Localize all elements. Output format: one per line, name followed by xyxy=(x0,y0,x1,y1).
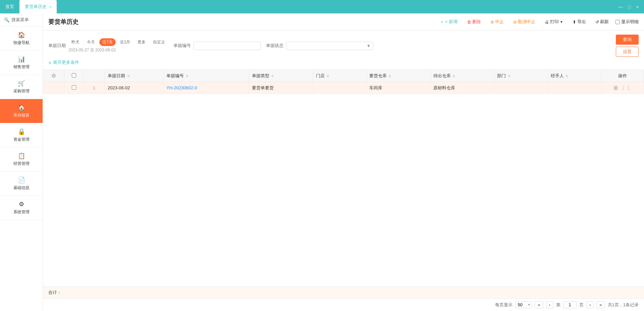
finance-icon: 🔒 xyxy=(18,128,25,135)
sidebar-item-finance[interactable]: 🔒 资金管理 xyxy=(0,123,43,147)
sidebar: 🔍 搜索菜单 🏠 快捷导航 📊 销售管理 🛒 采购管理 🏠 库存核算 🔒 资金管… xyxy=(0,13,43,311)
th-handler[interactable]: 经手人 ⇅ xyxy=(548,70,601,82)
stop-button[interactable]: ⊘ 中止 xyxy=(488,17,506,26)
filter-row-main: 单据日期 昨天 今天 近7天 近1月 更多 自定义 2023-05-27 至 2… xyxy=(48,35,639,57)
total-info: 共1页，1条记录 xyxy=(608,302,639,308)
th-date-label: 单据日期 xyxy=(108,73,125,78)
date-btn-custom[interactable]: 自定义 xyxy=(150,38,168,46)
date-btn-last1month[interactable]: 近1月 xyxy=(117,38,133,46)
sidebar-item-inventory[interactable]: 🏠 库存核算 xyxy=(0,99,43,123)
action-buttons: 查询 设置 xyxy=(616,35,639,57)
last-page-button[interactable]: » xyxy=(596,301,605,308)
minimize-btn[interactable]: — xyxy=(619,4,623,9)
first-page-button[interactable]: « xyxy=(535,301,543,308)
query-button[interactable]: 查询 xyxy=(616,35,639,45)
new-button[interactable]: ＋ + 新增 xyxy=(437,17,460,26)
date-btn-yesterday[interactable]: 昨天 xyxy=(68,38,83,46)
show-detail-checkbox[interactable] xyxy=(615,20,620,24)
export-label: 导出 xyxy=(577,19,586,25)
sidebar-item-search[interactable]: 🔍 搜索菜单 xyxy=(0,13,43,27)
sort-order-no-icon: ⇅ xyxy=(186,74,189,78)
th-req-warehouse-label: 要货仓库 xyxy=(369,73,387,78)
filter-area: 单据日期 昨天 今天 近7天 近1月 更多 自定义 2023-05-27 至 2… xyxy=(43,31,644,70)
th-department-label: 部门 xyxy=(497,73,506,78)
toolbar: ＋ + 新增 🗑 删除 ⊘ 中止 ⊘ 取消中止 🖨 打印 xyxy=(437,17,639,26)
edit-row-icon[interactable]: ⊞ xyxy=(613,85,618,91)
expand-more-filters[interactable]: ∨ 展开更多条件 xyxy=(48,59,639,65)
close-tab-icon[interactable]: × xyxy=(49,5,51,9)
pagination-bar: 每页显示 10 20 50 100 ▼ « ‹ 第 页 › » 共1页，1条记录 xyxy=(43,298,644,311)
sidebar-item-purchase[interactable]: 🛒 采购管理 xyxy=(0,75,43,99)
more-row-icon[interactable]: ⋮⋮ xyxy=(621,85,631,91)
sales-icon: 📊 xyxy=(18,55,25,63)
next-page-button[interactable]: › xyxy=(586,301,594,308)
sidebar-item-operations[interactable]: 📋 经营管理 xyxy=(0,147,43,172)
top-bar-right: — □ × xyxy=(619,4,644,9)
row-department xyxy=(494,82,548,94)
date-btn-last7days[interactable]: 近7天 xyxy=(99,38,116,46)
page-title: 要货单历史 xyxy=(48,18,437,26)
row-num: 1 xyxy=(84,82,105,94)
th-order-no-label: 单据编号 xyxy=(166,73,184,78)
refresh-button[interactable]: ↺ 刷新 xyxy=(593,17,611,26)
cancel-stop-label: 取消中止 xyxy=(518,19,535,25)
table-body: 1 2023-06-02 YH-20230602-0 要货单要货 车间库 原材料… xyxy=(43,82,644,94)
refresh-label: 刷新 xyxy=(600,19,609,25)
sidebar-sales-label: 销售管理 xyxy=(13,64,30,70)
export-icon: ⬆ xyxy=(573,19,576,25)
row-order-no[interactable]: YH-20230602-0 xyxy=(164,82,249,94)
row-checkbox-cell xyxy=(64,82,84,94)
purchase-icon: 🛒 xyxy=(18,80,25,87)
th-order-no[interactable]: 单据编号 ⇅ xyxy=(164,70,249,82)
page-size-label: 每页显示 xyxy=(495,302,513,308)
page-word: 页 xyxy=(579,302,584,308)
print-dropdown-icon: ▼ xyxy=(560,20,563,24)
cancel-stop-button[interactable]: ⊘ 取消中止 xyxy=(511,17,538,26)
th-order-type[interactable]: 单据类型 ⇅ xyxy=(249,70,313,82)
th-pending-warehouse[interactable]: 待出仓库 ⇅ xyxy=(430,70,494,82)
delete-button[interactable]: 🗑 删除 xyxy=(464,17,484,26)
status-select[interactable] xyxy=(286,42,373,50)
total-label: 合计： xyxy=(48,290,61,296)
table-header-row: ⚙ 单据日期 ⇅ 单据编号 ⇅ xyxy=(43,70,644,82)
prev-page-button[interactable]: ‹ xyxy=(546,301,553,308)
sidebar-inventory-label: 库存核算 xyxy=(13,113,30,118)
sort-pending-warehouse-icon: ⇅ xyxy=(452,74,455,78)
th-department[interactable]: 部门 ⇅ xyxy=(494,70,548,82)
sidebar-item-quicknav[interactable]: 🏠 快捷导航 xyxy=(0,27,43,51)
close-window-btn[interactable]: × xyxy=(636,4,639,9)
sidebar-item-sales[interactable]: 📊 销售管理 xyxy=(0,51,43,75)
maximize-btn[interactable]: □ xyxy=(628,4,631,9)
show-detail-label-text: 显示明细 xyxy=(621,19,639,25)
date-btn-today[interactable]: 今天 xyxy=(84,38,98,46)
column-settings-button[interactable]: ⚙ xyxy=(51,73,56,79)
page-number-input[interactable] xyxy=(563,301,577,308)
th-ops: 操作 xyxy=(601,70,644,82)
select-all-checkbox[interactable] xyxy=(72,73,76,78)
show-detail-toggle[interactable]: 显示明细 xyxy=(615,19,639,25)
page-size-wrapper: 10 20 50 100 ▼ xyxy=(515,301,532,308)
row-checkbox[interactable] xyxy=(72,85,76,90)
main-layout: 🔍 搜索菜单 🏠 快捷导航 📊 销售管理 🛒 采购管理 🏠 库存核算 🔒 资金管… xyxy=(0,13,644,311)
date-btn-more[interactable]: 更多 xyxy=(135,38,149,46)
inventory-icon: 🏠 xyxy=(18,104,25,111)
tab-home[interactable]: 首页 xyxy=(0,0,19,13)
export-button[interactable]: ⬆ 导出 xyxy=(570,17,589,26)
sidebar-item-basicinfo[interactable]: 📄 基础信息 xyxy=(0,172,43,196)
th-store[interactable]: 门店 ⇅ xyxy=(313,70,366,82)
sidebar-purchase-label: 采购管理 xyxy=(13,88,30,94)
tab-order-history[interactable]: 要货单历史 × xyxy=(19,0,57,13)
refresh-icon: ↺ xyxy=(595,19,599,25)
th-num xyxy=(84,70,105,82)
page-size-select[interactable]: 10 20 50 100 xyxy=(515,301,532,308)
order-no-input[interactable] xyxy=(194,42,261,50)
th-date[interactable]: 单据日期 ⇅ xyxy=(105,70,164,82)
status-select-wrapper: ▼ xyxy=(286,42,373,50)
filter-date-group: 单据日期 昨天 今天 近7天 近1月 更多 自定义 2023-05-27 至 2… xyxy=(48,38,168,53)
print-button[interactable]: 🖨 打印 ▼ xyxy=(542,17,566,26)
sidebar-item-system[interactable]: ⚙ 系统管理 xyxy=(0,196,43,220)
sidebar-quicknav-label: 快捷导航 xyxy=(13,40,30,46)
settings-button[interactable]: 设置 xyxy=(616,47,639,57)
th-req-warehouse[interactable]: 要货仓库 ⇅ xyxy=(366,70,430,82)
th-handler-label: 经手人 xyxy=(551,73,564,78)
